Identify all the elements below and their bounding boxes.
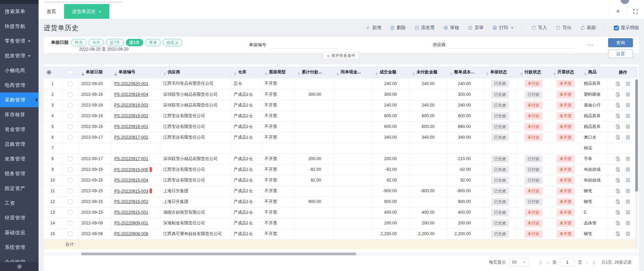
column-header-supplier[interactable]: 供应商 xyxy=(160,66,231,78)
last-page-icon[interactable]: ›| xyxy=(592,260,596,265)
sidebar-item-invoice-mgmt[interactable]: 发票管理 xyxy=(0,151,39,166)
grid-icon[interactable] xyxy=(626,167,630,172)
row-checkbox[interactable] xyxy=(68,210,72,215)
order-number-link[interactable]: PS-20220915-001 xyxy=(114,210,148,215)
grid-icon[interactable] xyxy=(626,210,630,215)
gear-icon[interactable] xyxy=(17,264,22,269)
sort-icon[interactable] xyxy=(450,72,452,76)
sidebar-item-payroll[interactable]: 工资 xyxy=(0,196,39,210)
refresh-button[interactable]: 刷新 xyxy=(580,25,596,31)
add-invoice-button[interactable]: 添发票 xyxy=(415,25,435,31)
audit-button[interactable]: 审核 xyxy=(443,25,459,31)
print-button[interactable]: 打印 xyxy=(492,25,514,31)
doc-search-icon[interactable] xyxy=(615,156,620,161)
column-header-cash[interactable]: 同单现金... xyxy=(333,66,372,78)
column-header-ops[interactable]: 操作 xyxy=(608,66,638,78)
sidebar-item-funds-mgmt[interactable]: 资金管理 xyxy=(0,122,39,137)
column-header-unpaid[interactable]: 未付款金额 xyxy=(409,66,447,78)
prev-page-icon[interactable]: ‹ xyxy=(546,260,549,265)
query-button[interactable]: 查询 xyxy=(608,38,633,47)
per-page-select[interactable]: 50 xyxy=(509,258,529,267)
doc-search-icon[interactable] xyxy=(615,178,620,183)
show-detail-toggle[interactable]: 显示明细 xyxy=(614,25,639,31)
sidebar-item-purchase-mgmt[interactable]: 采购管理 xyxy=(0,92,39,107)
doc-search-icon[interactable] xyxy=(615,135,620,140)
export-button[interactable]: 导出 xyxy=(556,25,572,31)
grid-icon[interactable] xyxy=(626,135,630,140)
order-number-link[interactable]: PS-20220919-004 xyxy=(114,92,148,97)
doc-search-icon[interactable] xyxy=(615,221,620,225)
sidebar-item-retail-mgmt[interactable]: 零售管理 xyxy=(0,33,39,48)
row-checkbox[interactable] xyxy=(68,189,72,193)
doc-search-icon[interactable] xyxy=(615,92,620,97)
supplier-input[interactable] xyxy=(450,42,574,49)
order-number-link[interactable]: PS-20220915-005 xyxy=(114,167,148,172)
sort-icon[interactable] xyxy=(298,72,300,76)
sidebar-item-basic-info[interactable]: 基础信息 xyxy=(0,225,39,240)
row-checkbox[interactable] xyxy=(68,135,72,140)
order-number-link[interactable]: PS-20220919-002 xyxy=(114,114,148,118)
column-header-date[interactable]: 单据日期 xyxy=(78,66,111,78)
doc-search-icon[interactable] xyxy=(615,103,620,108)
settings-button[interactable]: 设置 xyxy=(608,50,633,58)
sort-icon[interactable] xyxy=(486,72,489,76)
horizontal-scrollbar-thumb[interactable] xyxy=(81,253,356,255)
row-checkbox[interactable] xyxy=(68,199,72,204)
sort-icon[interactable] xyxy=(114,72,117,76)
row-checkbox[interactable] xyxy=(68,156,72,161)
vertical-scrollbar-thumb[interactable] xyxy=(635,79,638,192)
grid-icon[interactable] xyxy=(626,231,630,236)
column-header-ticket[interactable]: 票据类型 xyxy=(262,66,294,78)
sidebar-item-operation-mgmt[interactable]: 经营管理 xyxy=(0,210,39,225)
doc-search-icon[interactable] xyxy=(615,114,620,118)
grid-icon[interactable] xyxy=(626,156,630,161)
order-number-link[interactable]: PS-20220908-006 xyxy=(114,231,148,236)
page-input[interactable] xyxy=(560,258,575,267)
column-header-doc[interactable]: 单据状态 xyxy=(483,66,517,78)
column-header-inv[interactable]: 开票状态 xyxy=(550,66,581,78)
column-settings-header[interactable] xyxy=(44,66,62,78)
sort-icon[interactable] xyxy=(584,72,587,76)
doc-search-icon[interactable] xyxy=(615,210,620,215)
sidebar-item-quick-nav[interactable]: 快捷导航 xyxy=(0,19,39,33)
row-checkbox[interactable] xyxy=(68,231,72,236)
more-filters-icon[interactable]: ... xyxy=(587,41,594,47)
abandon-audit-button[interactable]: 弃审 xyxy=(468,25,484,31)
avatar[interactable] xyxy=(621,0,629,4)
delete-button[interactable]: 删除 xyxy=(390,25,406,31)
sidebar-item-general-ledger[interactable]: 总账管理 xyxy=(0,137,39,151)
order-no-input[interactable] xyxy=(270,42,337,49)
order-number-link[interactable]: PS-20220915-002 xyxy=(114,199,148,204)
expand-more-button[interactable]: 展开更多条件 xyxy=(324,52,359,59)
doc-search-icon[interactable] xyxy=(615,124,620,129)
sidebar-item-system-mgmt[interactable]: 系统管理 xyxy=(0,240,39,255)
select-all-checkbox[interactable] xyxy=(68,70,72,75)
sidebar-item-wholesale-mgmt[interactable]: 批发管理 xyxy=(0,48,39,63)
doc-search-icon[interactable] xyxy=(615,81,620,86)
grid-icon[interactable] xyxy=(626,124,630,129)
date-pill-2[interactable]: 近7天 xyxy=(106,39,124,46)
sort-icon[interactable] xyxy=(375,72,378,76)
date-pill-3[interactable]: 近1月 xyxy=(126,39,144,46)
tab-purchase-history[interactable]: 进货单历史× xyxy=(64,4,109,19)
import-button[interactable]: 导入 xyxy=(531,25,547,31)
sidebar-item-ecommerce-mgmt[interactable]: 电商管理 xyxy=(0,78,39,92)
order-number-link[interactable]: PS-20220917-002 xyxy=(114,135,148,140)
doc-search-icon[interactable] xyxy=(615,167,620,172)
order-number-link[interactable]: PS-20220920-001 xyxy=(114,81,148,86)
row-checkbox[interactable] xyxy=(68,178,72,183)
sort-icon[interactable] xyxy=(163,72,166,76)
fullscreen-icon[interactable] xyxy=(627,4,644,19)
date-pill-1[interactable]: 今天 xyxy=(89,39,104,46)
column-header-amount[interactable]: 成交金额 xyxy=(372,66,409,78)
doc-search-icon[interactable] xyxy=(615,231,620,236)
sort-icon[interactable] xyxy=(265,72,267,76)
grid-icon[interactable] xyxy=(626,221,630,225)
order-number-link[interactable]: PS-20220915-003 xyxy=(114,189,148,194)
order-number-link[interactable]: PS-20220915-004 xyxy=(114,178,148,183)
doc-search-icon[interactable] xyxy=(615,189,620,193)
grid-icon[interactable] xyxy=(626,114,630,118)
grid-icon[interactable] xyxy=(626,199,630,204)
row-checkbox[interactable] xyxy=(68,103,72,108)
sidebar-item-inventory-accounting[interactable]: 库存核算 xyxy=(0,107,39,122)
